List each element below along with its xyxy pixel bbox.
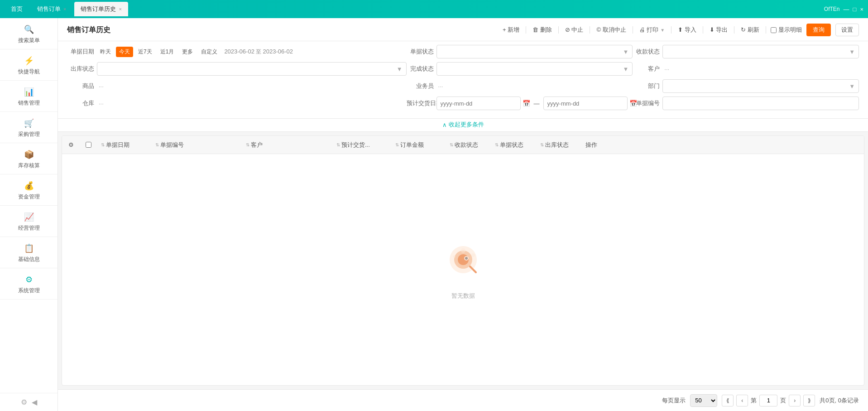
payment-status-select[interactable]: ▼ [662,45,859,58]
basic-info-icon: 📋 [24,243,34,253]
date-quick-today[interactable]: 今天 [116,47,133,57]
th-settings[interactable]: ⚙ [62,141,80,148]
settings-button[interactable]: 设置 [835,24,859,36]
th-delivery-label: 预计交货... [341,141,370,149]
toolbar: + 新增 🗑 删除 ⊘ 中止 © 取消中止 [501,24,859,36]
often-text: OfTEn [824,6,840,12]
tab-home[interactable]: 首页 [5,2,29,16]
sidebar-item-search-menu[interactable]: 🔍 搜索菜单 [0,18,58,49]
print-button[interactable]: 🖨 打印 ▼ [638,25,667,35]
sidebar-item-basic-info[interactable]: 📋 基础信息 [0,237,58,268]
sidebar-item-funds-mgmt[interactable]: 💰 资金管理 [0,174,58,206]
date-separator: — [532,100,542,107]
filter-warehouse: 仓库 ··· [67,99,407,107]
page-first-btn[interactable]: ⟪ [722,395,734,406]
completion-status-select[interactable]: ▼ [436,62,633,76]
sort-icon-date1: ⇅ [101,142,105,147]
operations-icon: 📈 [24,212,34,222]
salesperson-dots[interactable]: ··· [436,83,445,90]
cancel-stop-button[interactable]: © 取消中止 [595,25,628,35]
payment-status-label: 收款状态 [633,48,660,56]
topbar-right: OfTEn — □ × [824,6,863,13]
th-delivery[interactable]: ⇅ 预计交货... [332,141,391,149]
refresh-button[interactable]: ↻ 刷新 [739,25,761,35]
delivery-date-start[interactable] [436,97,521,110]
print-label: 🖨 打印 [639,26,659,34]
sidebar-item-purchase-mgmt[interactable]: 🛒 采购管理 [0,112,58,143]
svg-point-7 [471,253,475,257]
delivery-date-end[interactable] [543,97,628,110]
customer-dots[interactable]: ··· [662,66,671,73]
order-no-input[interactable] [662,97,859,110]
sidebar-item-search-menu-label: 搜索菜单 [18,37,40,44]
date-quick-7days[interactable]: 近7天 [135,47,155,57]
query-button[interactable]: 查询 [806,24,831,36]
page-last-btn[interactable]: ⟫ [803,395,815,406]
sidebar-item-operations[interactable]: 📈 经营管理 [0,206,58,237]
svg-point-6 [461,248,465,253]
page-nav: ⟪ ‹ 第 页 › ⟫ [722,395,815,406]
order-status-select[interactable]: ▼ [436,45,633,58]
th-amount[interactable]: ⇅ 订单金额 [391,141,445,149]
filter-salesperson: 业务员 ··· [407,82,633,90]
delete-button[interactable]: 🗑 删除 [531,25,554,35]
sidebar-item-quick-nav[interactable]: ⚡ 快捷导航 [0,49,58,81]
print-dropdown-icon[interactable]: ▼ [660,28,665,33]
th-order-no[interactable]: ⇅ 单据编号 [151,141,241,149]
tab-sales-order[interactable]: 销售订单 × [31,2,72,16]
tab-sales-order-history-close[interactable]: × [119,6,121,12]
date-range: 2023-06-02 至 2023-06-02 [224,48,293,56]
collapse-arrow: ∧ [442,121,447,128]
sidebar-item-purchase-mgmt-label: 采购管理 [18,131,40,138]
page-title-row: 销售订单历史 + 新增 🗑 删除 ⊘ 中止 © 取消中止 [67,24,859,36]
department-dropdown-icon: ▼ [849,83,855,90]
sidebar-item-sys-mgmt[interactable]: ⚙ 系统管理 [0,268,58,300]
select-all-checkbox[interactable] [86,142,91,148]
page-size-select[interactable]: 50 10 20 100 [690,394,717,407]
product-dots[interactable]: ··· [97,83,106,90]
import-button[interactable]: ⬆ 导入 [676,25,698,35]
svg-point-8 [453,255,456,258]
date-quick: 昨天 今天 近7天 近1月 更多 自定义 [97,47,221,57]
th-checkbox[interactable] [80,142,96,148]
sort-icon-orderno: ⇅ [155,142,159,147]
topbar-close[interactable]: — [844,6,849,13]
date-quick-custom[interactable]: 自定义 [198,47,221,57]
date-quick-yesterday[interactable]: 昨天 [97,47,114,57]
page-prev-btn[interactable]: ‹ [736,395,748,406]
refresh-label: ↻ 刷新 [741,26,759,34]
new-button[interactable]: + 新增 [501,25,521,35]
th-date[interactable]: ⇅ 单据日期 [96,141,151,149]
sidebar-item-inventory-label: 库存核算 [18,162,40,169]
completion-status-dropdown-icon: ▼ [623,66,628,73]
th-customer[interactable]: ⇅ 客户 [241,141,332,149]
sidebar-item-sales-mgmt[interactable]: 📊 销售管理 [0,81,58,112]
th-pay-status[interactable]: ⇅ 收款状态 [445,141,490,149]
topbar-minimize[interactable]: □ [853,6,857,13]
export-button[interactable]: ⬇ 导出 [708,25,730,35]
th-order-status[interactable]: ⇅ 单据状态 [490,141,536,149]
date-quick-more[interactable]: 更多 [179,47,196,57]
warehouse-dots[interactable]: ··· [97,100,106,107]
search-menu-icon: 🔍 [24,24,34,34]
sales-mgmt-icon: 📊 [24,87,34,97]
date-quick-1month[interactable]: 近1月 [157,47,177,57]
sidebar-item-inventory[interactable]: 📦 库存核算 [0,143,58,174]
stop-button[interactable]: ⊘ 中止 [563,25,585,35]
sidebar-settings-icon[interactable]: ⚙ [21,398,27,406]
delivery-date-label: 预计交货日期 [407,99,434,107]
th-delivery-status[interactable]: ⇅ 出库状态 [536,141,581,149]
department-select[interactable]: ▼ [662,79,859,93]
customer-label: 客户 [633,65,660,73]
page-next-btn[interactable]: › [789,395,801,406]
topbar-closeall[interactable]: × [860,6,863,13]
tab-sales-order-close[interactable]: × [63,6,66,12]
sidebar-expand-icon[interactable]: ◀ [32,398,37,406]
tab-home-label: 首页 [11,5,23,13]
collapse-row[interactable]: ∧ 收起更多条件 [58,119,868,132]
display-checkbox[interactable] [771,27,777,33]
filter-row-2: 出库状态 ▼ 完成状态 ▼ 客户 ··· [67,62,859,76]
delivery-status-select[interactable]: ▼ [97,62,407,76]
tab-sales-order-history[interactable]: 销售订单历史 × [74,2,128,16]
page-input[interactable] [759,395,777,406]
